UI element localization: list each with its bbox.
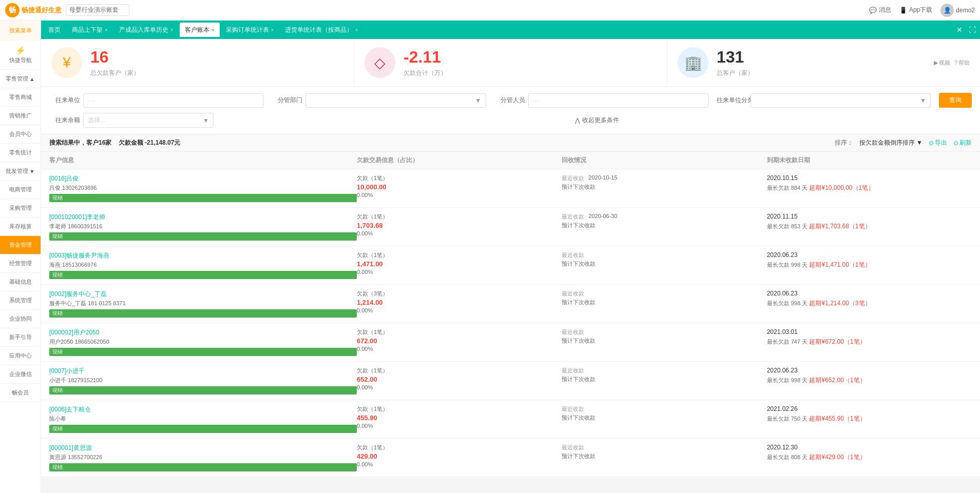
sidebar-item-app-center[interactable]: 应用中心 bbox=[0, 347, 41, 365]
debt-info: 欠款（1笔） 10,000.00 0.00% bbox=[357, 174, 562, 198]
person-group: 分管人员 ··· bbox=[494, 93, 708, 108]
sidebar-search[interactable]: 搜索菜单 bbox=[0, 21, 41, 41]
user-menu[interactable]: 👤 demo2 bbox=[940, 4, 975, 17]
sidebar-item-enterprise-wx[interactable]: 企业微信 bbox=[0, 365, 41, 384]
debt-amount-link[interactable]: 1,214.00 bbox=[357, 299, 562, 306]
sidebar-item-quick-nav[interactable]: ⚡ 快捷导航 bbox=[0, 41, 41, 70]
overdue-days: 最长欠款 808 天 bbox=[767, 454, 808, 460]
video-icon: ▶ bbox=[934, 60, 938, 66]
unit-category-select[interactable]: ▼ bbox=[751, 93, 931, 108]
overdue-link[interactable]: 超期¥1,471.00（1笔） bbox=[809, 261, 871, 268]
sort-select[interactable]: 按欠款金额倒序排序 ▼ bbox=[859, 139, 923, 147]
search-menu-button[interactable]: 搜索菜单 bbox=[3, 25, 37, 36]
overdue-link[interactable]: 超期¥672.00（1笔） bbox=[809, 338, 866, 345]
customer-name-link[interactable]: [0003]畅捷服务尹海燕 bbox=[49, 251, 357, 260]
debt-count: 欠款（1笔） bbox=[357, 251, 562, 259]
overdue-link[interactable]: 超期¥455.90（1笔） bbox=[809, 415, 866, 422]
overdue-link[interactable]: 超期¥1,703.68（1笔） bbox=[809, 223, 871, 230]
debt-info: 欠款（1笔） 1,703.68 0.00% bbox=[357, 213, 562, 236]
tab-products-offline[interactable]: 商品上下架 × bbox=[67, 23, 113, 37]
sidebar-item-system[interactable]: 系统管理 bbox=[0, 291, 41, 310]
sidebar-item-basic-info[interactable]: 基础信息 bbox=[0, 273, 41, 291]
help-icon: ? bbox=[954, 60, 957, 66]
customer-phone: 黄思源 13552700226 bbox=[49, 453, 357, 461]
overdue-link[interactable]: 超期¥1,214.00（3笔） bbox=[809, 300, 871, 307]
debt-amount-link[interactable]: 10,000.00 bbox=[357, 183, 562, 191]
customer-name-link[interactable]: [0006]去下粮仓 bbox=[49, 405, 357, 414]
customer-name-link[interactable]: [0002]服务中心_丁磊 bbox=[49, 290, 357, 299]
debt-info: 欠款（1笔） 455.90 0.00% bbox=[357, 405, 562, 429]
customer-name-link[interactable]: [000001]黄思源 bbox=[49, 444, 357, 452]
last-payment-label: 最近收款 bbox=[562, 328, 584, 336]
debt-amount-link[interactable]: 1,471.00 bbox=[357, 260, 562, 268]
customer-name-link[interactable]: [0016]吕俊 bbox=[49, 174, 357, 183]
sidebar-item-operations[interactable]: 经营管理 bbox=[0, 254, 41, 273]
expand-button[interactable]: ⛶ bbox=[967, 25, 978, 35]
sidebar-item-retail-stat[interactable]: 零售统计 bbox=[0, 144, 41, 162]
app-download-button[interactable]: 📱 App下载 bbox=[899, 6, 932, 14]
next-payment-label: 预计下次收款 bbox=[562, 222, 595, 229]
sidebar-item-retail-mgmt[interactable]: 零售管理 ▲ bbox=[0, 70, 41, 88]
card1-value: 16 bbox=[90, 48, 140, 67]
tab-close-products-offline[interactable]: × bbox=[105, 27, 108, 33]
sidebar-item-inventory[interactable]: 库存核算 bbox=[0, 218, 41, 236]
overdue-link[interactable]: 超期¥10,000.00（1笔） bbox=[809, 184, 874, 191]
overdue-link[interactable]: 超期¥429.00（1笔） bbox=[809, 453, 866, 461]
sidebar-item-marketing[interactable]: 营销推广 bbox=[0, 107, 41, 125]
sidebar-item-member[interactable]: 会员中心 bbox=[0, 125, 41, 144]
balance-select[interactable]: 选择... ▼ bbox=[83, 113, 214, 128]
search-button[interactable]: 查询 bbox=[939, 93, 972, 108]
customer-tag: 现销 bbox=[49, 348, 357, 356]
person-input[interactable]: ··· bbox=[528, 93, 708, 108]
debt-info: 欠款（1笔） 652.00 0.00% bbox=[357, 367, 562, 390]
tab-home[interactable]: 首页 bbox=[43, 23, 66, 37]
tab-product-history[interactable]: 产成品入库单历史 × bbox=[114, 23, 179, 37]
table-row: [0002]服务中心_丁磊 服务中心_丁磊 181 0125 8371 现销 欠… bbox=[41, 285, 980, 323]
customer-info: [0016]吕俊 吕俊 13026203696 现销 bbox=[49, 174, 357, 202]
company-select[interactable]: 母婴行业演示账套 bbox=[66, 4, 129, 16]
debt-amount-link[interactable]: 1,703.68 bbox=[357, 222, 562, 229]
sidebar-item-retail-store[interactable]: 零售商城 bbox=[0, 88, 41, 107]
video-button[interactable]: ▶ 视频 bbox=[934, 59, 950, 67]
tab-customer-account[interactable]: 客户账本 × bbox=[180, 23, 220, 37]
top-bar-right: 💬 消息 📱 App下载 👤 demo2 bbox=[869, 4, 975, 17]
customer-name-link[interactable]: [000002]用户2050 bbox=[49, 328, 357, 337]
last-payment-label: 最近收款 bbox=[562, 367, 584, 374]
debt-amount-link[interactable]: 455.90 bbox=[357, 414, 562, 422]
debt-info: 欠款（1笔） 429.00 0.00% bbox=[357, 444, 562, 467]
sidebar-item-enterprise[interactable]: 企业协同 bbox=[0, 310, 41, 328]
dept-select[interactable]: ▼ bbox=[305, 93, 486, 108]
sidebar-item-vip[interactable]: 畅会员 bbox=[0, 384, 41, 402]
sidebar-item-new-guide[interactable]: 新手引导 bbox=[0, 328, 41, 347]
tab-purchase-order[interactable]: 采购订单统计表 × bbox=[221, 23, 279, 37]
tab-close-purchase-stat[interactable]: × bbox=[355, 27, 358, 33]
debt-amount-link[interactable]: 672.00 bbox=[357, 337, 562, 345]
debt-amount-link[interactable]: 429.00 bbox=[357, 452, 562, 460]
overdue-link[interactable]: 超期¥652.00（1笔） bbox=[809, 377, 866, 384]
customer-name-link[interactable]: [0001020001]李老师 bbox=[49, 213, 357, 222]
sidebar-item-ecommerce[interactable]: 电商管理 bbox=[0, 181, 41, 199]
sidebar-item-capital[interactable]: 资金管理 bbox=[0, 236, 41, 254]
balance-arrow-icon: ▼ bbox=[203, 117, 209, 124]
close-all-tabs-button[interactable]: ✕ bbox=[954, 25, 965, 35]
debt-info: 欠款（3笔） 1,214.00 0.00% bbox=[357, 290, 562, 313]
next-payment-row: 预计下次收款 bbox=[562, 337, 766, 345]
help-button[interactable]: ? 帮助 bbox=[954, 59, 970, 67]
debt-amount-link[interactable]: 652.00 bbox=[357, 376, 562, 383]
tab-close-customer-account[interactable]: × bbox=[212, 27, 215, 33]
message-button[interactable]: 💬 消息 bbox=[869, 6, 891, 14]
sidebar-item-batch-mgmt[interactable]: 批发管理 ▼ bbox=[0, 162, 41, 181]
sidebar-item-purchase-mgmt[interactable]: 采购管理 bbox=[0, 199, 41, 218]
customer-phone: 陈小希 bbox=[49, 415, 357, 423]
unit-category-group: 往来单位分类 ▼ bbox=[717, 93, 931, 108]
export-button[interactable]: ⊙ 导出 bbox=[929, 139, 947, 147]
tab-purchase-stat[interactable]: 进货单统计表（按商品） × bbox=[280, 23, 363, 37]
source-unit-input[interactable]: ··· bbox=[83, 93, 263, 108]
collapse-icon: ⋀ bbox=[575, 117, 580, 124]
tab-close-product-history[interactable]: × bbox=[170, 27, 174, 33]
collapse-button[interactable]: ⋀ 收起更多条件 bbox=[573, 114, 621, 127]
refresh-button[interactable]: ⊙ 刷新 bbox=[953, 139, 972, 147]
next-payment-label: 预计下次收款 bbox=[562, 260, 595, 268]
customer-name-link[interactable]: [0007]小进千 bbox=[49, 367, 357, 376]
tab-close-purchase-order[interactable]: × bbox=[271, 27, 274, 33]
